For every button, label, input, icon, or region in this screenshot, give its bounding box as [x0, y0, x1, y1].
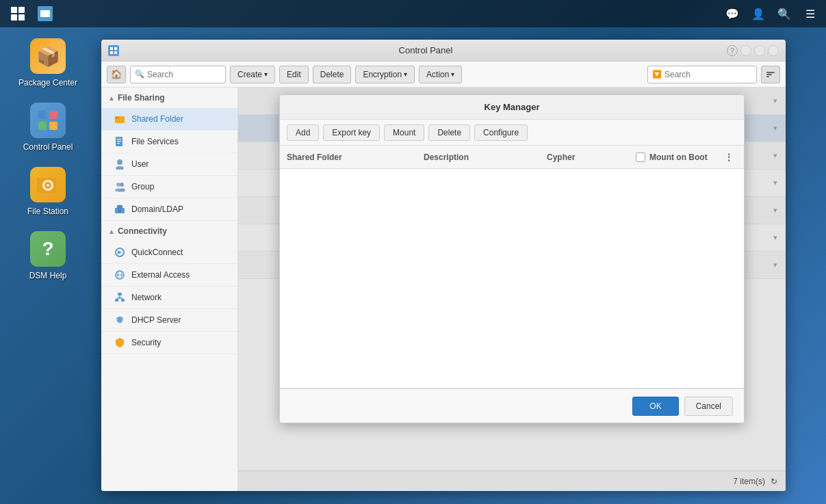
mount-on-boot-checkbox[interactable] [636, 152, 645, 162]
window-toolbar: 🏠 🔍 Create Edit Delete Encryption Action… [101, 62, 786, 88]
sidebar-item-dhcp-server[interactable]: DHCP Server [101, 309, 237, 332]
filter-icon: 🔽 [652, 70, 662, 79]
col-shared-folder: Shared Folder [287, 152, 424, 162]
connectivity-section[interactable]: ▲ Connectivity [101, 221, 237, 241]
desktop: 💬 👤 🔍 ☰ 📦 Package Center Control Panel [0, 0, 826, 504]
dialog-title: Key Manager [280, 95, 744, 120]
key-manager-dialog: Key Manager Add Export key Mount Delete … [279, 94, 745, 423]
dialog-export-key-button[interactable]: Export key [323, 124, 380, 141]
control-panel-desktop-icon[interactable]: Control Panel [14, 98, 82, 156]
dialog-delete-button[interactable]: Delete [428, 124, 470, 141]
filter-search-box[interactable]: 🔽 [647, 66, 757, 83]
taskbar-right: 💬 👤 🔍 ☰ [722, 3, 821, 24]
window-title: Control Panel [125, 45, 727, 55]
sort-icon [764, 69, 777, 80]
user-icon[interactable]: 👤 [748, 3, 769, 24]
window-minimize-button[interactable]: − [740, 45, 751, 56]
dialog-add-button[interactable]: Add [287, 124, 319, 141]
sidebar-item-user[interactable]: User [101, 153, 237, 176]
delete-button[interactable]: Delete [313, 66, 352, 83]
connectivity-chevron: ▲ [108, 228, 115, 235]
window-controls: ? − □ ✕ [727, 45, 779, 56]
sidebar-item-network[interactable]: Network [101, 287, 237, 309]
dhcp-icon [114, 314, 126, 326]
svg-rect-33 [115, 299, 118, 302]
file-sharing-label: File Sharing [118, 93, 165, 103]
sort-button[interactable] [761, 66, 780, 83]
svg-rect-3 [49, 122, 57, 130]
sidebar-item-domain-ldap[interactable]: Domain/LDAP [101, 198, 237, 221]
file-services-icon [114, 135, 126, 148]
sidebar-item-group[interactable]: Group [101, 176, 237, 198]
col-description: Description [424, 152, 547, 162]
connectivity-label: Connectivity [118, 226, 167, 236]
sidebar-item-shared-folder[interactable]: Shared Folder [101, 108, 237, 131]
col-mount-on-boot: Mount on Boot [636, 152, 721, 162]
menu-icon[interactable]: ☰ [800, 3, 821, 24]
taskbar-app-grid[interactable] [5, 1, 30, 26]
app-grid-icon [11, 7, 25, 21]
home-button[interactable]: 🏠 [107, 66, 126, 83]
user-icon [114, 158, 126, 170]
dialog-footer: OK Cancel [280, 388, 744, 423]
dialog-cancel-button[interactable]: Cancel [684, 397, 733, 416]
edit-button[interactable]: Edit [279, 66, 309, 83]
external-access-label: External Access [131, 270, 190, 280]
taskbar-app-control-panel[interactable] [33, 1, 57, 26]
window-titlebar: Control Panel ? − □ ✕ [101, 40, 786, 62]
svg-rect-10 [114, 47, 117, 50]
dialog-ok-button[interactable]: OK [632, 397, 678, 416]
dialog-configure-button[interactable]: Configure [474, 124, 528, 141]
sidebar-item-file-services[interactable]: File Services [101, 131, 237, 153]
toolbar-search-box[interactable]: 🔍 [130, 66, 226, 83]
package-center-img: 📦 [30, 38, 66, 74]
domain-ldap-label: Domain/LDAP [131, 204, 183, 214]
svg-point-22 [120, 183, 124, 187]
taskbar-search-icon[interactable]: 🔍 [774, 3, 795, 24]
sidebar-item-quickconnect[interactable]: QuickConnect [101, 241, 237, 264]
svg-point-24 [118, 189, 125, 192]
file-station-img [30, 167, 66, 202]
file-services-label: File Services [131, 137, 179, 146]
window-close-button[interactable]: ✕ [768, 45, 779, 56]
col-cypher: Cypher [547, 152, 636, 162]
taskbar: 💬 👤 🔍 ☰ [0, 0, 826, 27]
window-help-button[interactable]: ? [727, 45, 738, 56]
package-center-label: Package Center [18, 78, 77, 88]
window-icon [108, 45, 119, 56]
sidebar-item-external-access[interactable]: External Access [101, 264, 237, 287]
package-center-icon[interactable]: 📦 Package Center [14, 34, 82, 92]
dialog-toolbar: Add Export key Mount Delete Configure [280, 120, 744, 146]
sidebar: ▲ File Sharing Shared Folder [101, 88, 238, 491]
create-button[interactable]: Create [230, 66, 275, 83]
svg-rect-26 [117, 205, 122, 209]
encryption-button[interactable]: Encryption [355, 66, 415, 83]
dsm-help-label: DSM Help [29, 271, 67, 280]
svg-rect-18 [117, 143, 120, 144]
file-station-icon[interactable]: File Station [14, 163, 82, 220]
action-button[interactable]: Action [419, 66, 462, 83]
svg-rect-2 [38, 122, 47, 130]
dhcp-server-label: DHCP Server [131, 315, 181, 325]
svg-rect-27 [118, 210, 121, 212]
svg-point-8 [47, 184, 49, 187]
dialog-mount-button[interactable]: Mount [384, 124, 424, 141]
control-panel-img [30, 103, 66, 138]
window-body: ▲ File Sharing Shared Folder [101, 88, 786, 491]
control-panel-label: Control Panel [23, 142, 73, 152]
dsm-help-icon[interactable]: ? DSM Help [14, 227, 82, 284]
filter-search-input[interactable] [664, 70, 752, 79]
file-sharing-section[interactable]: ▲ File Sharing [101, 88, 237, 108]
chat-icon[interactable]: 💬 [722, 3, 743, 24]
sidebar-item-security[interactable]: Security [101, 332, 237, 354]
svg-point-19 [117, 159, 122, 165]
svg-rect-16 [117, 139, 121, 140]
desktop-icons: 📦 Package Center Control Panel [14, 34, 82, 284]
shared-folder-icon [114, 113, 126, 125]
window-maximize-button[interactable]: □ [754, 45, 765, 56]
content-area: ▾ ▾ ▾ ▾ ▾ ▾ [238, 88, 786, 491]
security-label: Security [131, 338, 161, 347]
group-icon [114, 181, 126, 193]
network-label: Network [131, 293, 162, 302]
toolbar-search-input[interactable] [147, 70, 221, 79]
